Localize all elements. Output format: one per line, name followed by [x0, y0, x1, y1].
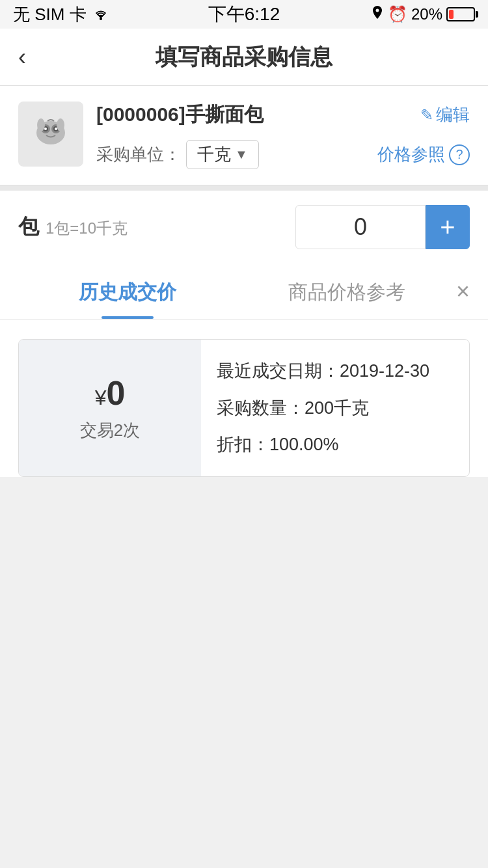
price-ref-icon: ?	[449, 144, 470, 165]
quantity-section: 包 1包=10千克 0 +	[0, 185, 488, 264]
product-card: [0000006]手撕面包 ✎ 编辑 采购单位： 千克 ▼ 价格参照 ?	[0, 86, 488, 185]
edit-icon: ✎	[420, 106, 433, 124]
price-amount: ¥0	[95, 373, 126, 413]
unit-select[interactable]: 千克 ▼	[186, 140, 259, 169]
battery-icon	[446, 7, 475, 21]
quantity-unit: 包	[18, 213, 39, 241]
price-value: 0	[106, 374, 125, 412]
battery-text: 20%	[411, 5, 442, 23]
tabs: 历史成交价 商品价格参考 ×	[0, 264, 488, 319]
product-title: 手撕面包	[185, 103, 264, 125]
quantity-detail-value: 200千克	[305, 398, 369, 418]
svg-point-9	[57, 118, 64, 131]
price-discount-row: 折扣：100.00%	[217, 431, 454, 458]
svg-point-7	[55, 128, 57, 130]
quantity-plus-button[interactable]: +	[426, 205, 470, 249]
tab-history-price[interactable]: 历史成交价	[18, 264, 237, 319]
product-info: [0000006]手撕面包 ✎ 编辑 采购单位： 千克 ▼ 价格参照 ?	[96, 102, 470, 169]
unit-value: 千克	[197, 143, 231, 166]
price-transactions: 交易2次	[80, 419, 140, 442]
unit-prefix: 采购单位：	[96, 143, 181, 166]
wifi-icon	[92, 5, 110, 25]
product-image	[18, 102, 83, 167]
svg-point-0	[100, 18, 102, 20]
quantity-value: 0	[354, 213, 367, 241]
product-id: [0000006]	[96, 103, 185, 125]
carrier-text: 无 SIM 卡	[13, 3, 87, 26]
price-currency: ¥	[95, 386, 107, 409]
status-time: 下午6:12	[208, 2, 280, 27]
price-date-row: 最近成交日期：2019-12-30	[217, 358, 454, 385]
page-title: 填写商品采购信息	[156, 42, 332, 72]
battery-fill	[449, 10, 454, 19]
product-thumbnail	[28, 108, 74, 160]
discount-value: 100.00%	[269, 435, 339, 454]
status-left: 无 SIM 卡	[13, 3, 110, 26]
product-name: [0000006]手撕面包	[96, 102, 264, 128]
quantity-ratio: 1包=10千克	[46, 218, 128, 239]
alarm-icon: ⏰	[388, 5, 407, 23]
bottom-panel: 历史成交价 商品价格参考 × ¥0 交易2次 最近成交日期：2019-12-30…	[0, 264, 488, 477]
price-ref-button[interactable]: 价格参照 ?	[377, 143, 470, 166]
location-icon	[371, 5, 384, 24]
svg-point-6	[44, 128, 47, 130]
tab-price-ref-label: 商品价格参考	[288, 281, 405, 303]
date-value: 2019-12-30	[340, 361, 429, 381]
product-unit-row: 采购单位： 千克 ▼ 价格参照 ?	[96, 140, 470, 169]
price-ref-label: 价格参照	[377, 143, 445, 166]
nav-bar: ‹ 填写商品采购信息	[0, 29, 488, 86]
quantity-controls: 0 +	[295, 205, 470, 249]
edit-button[interactable]: ✎ 编辑	[420, 103, 470, 126]
close-button[interactable]: ×	[456, 265, 470, 318]
quantity-input[interactable]: 0	[295, 205, 426, 249]
status-bar: 无 SIM 卡 下午6:12 ⏰ 20%	[0, 0, 488, 29]
price-quantity-row: 采购数量：200千克	[217, 395, 454, 422]
product-header: [0000006]手撕面包 ✎ 编辑	[96, 102, 470, 128]
price-card: ¥0 交易2次 最近成交日期：2019-12-30 采购数量：200千克 折扣：…	[18, 339, 470, 477]
price-left: ¥0 交易2次	[19, 340, 201, 476]
edit-label: 编辑	[436, 103, 470, 126]
dropdown-icon: ▼	[235, 147, 248, 162]
quantity-label: 包 1包=10千克	[18, 213, 128, 241]
quantity-label-text: 采购数量：	[217, 398, 305, 418]
tab-history-label: 历史成交价	[79, 281, 176, 303]
discount-label: 折扣：	[217, 435, 269, 454]
date-label: 最近成交日期：	[217, 361, 340, 381]
price-right: 最近成交日期：2019-12-30 采购数量：200千克 折扣：100.00%	[201, 340, 469, 476]
svg-point-8	[37, 118, 45, 131]
status-right: ⏰ 20%	[371, 5, 475, 24]
unit-label: 采购单位： 千克 ▼	[96, 140, 259, 169]
tab-price-ref[interactable]: 商品价格参考	[237, 264, 455, 319]
back-button[interactable]: ‹	[18, 44, 26, 71]
